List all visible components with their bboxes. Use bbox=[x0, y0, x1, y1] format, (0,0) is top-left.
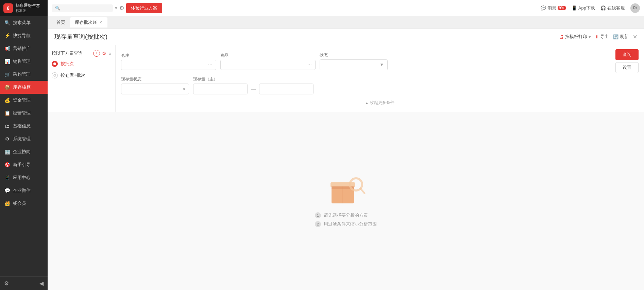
filter-status-label: 状态 bbox=[320, 52, 388, 58]
export-btn[interactable]: ⬆ 导出 bbox=[595, 34, 609, 40]
settings-icon[interactable]: ⚙ bbox=[4, 280, 9, 287]
sidebar-item-finance[interactable]: 💰 资金管理 bbox=[0, 94, 48, 107]
close-panel-btn[interactable]: ✕ bbox=[633, 34, 637, 40]
messages-badge: 99+ bbox=[558, 6, 566, 10]
empty-hint-2: 2 用过滤条件来缩小分析范围 bbox=[315, 221, 377, 227]
filter-product-field: 商品 ··· bbox=[220, 53, 316, 70]
filter-stock-status-field: 现存量状态 ▾ bbox=[121, 76, 189, 94]
filter-warehouse-label: 仓库 bbox=[121, 53, 216, 58]
app-download-item[interactable]: 📱 App下载 bbox=[572, 5, 595, 11]
chevron-down-icon: ▼ bbox=[379, 62, 384, 67]
filter-row-2: 现存量状态 ▾ 现存量（主） — bbox=[121, 76, 639, 94]
sidebar-item-label: 应用中心 bbox=[13, 175, 31, 181]
sidebar-item-members[interactable]: 👑 畅会员 bbox=[0, 197, 48, 210]
scheme-add-btn[interactable]: + bbox=[93, 50, 100, 57]
sidebar-header: 6 畅康通好生意 标准版 bbox=[0, 0, 48, 16]
scheme-panel: 按以下方案查询 + ⚙ « 按批次 bbox=[48, 45, 116, 112]
topbar-left: 🔍 ▾ ⚙ 体验行业方案 bbox=[52, 3, 537, 13]
collapse-more-btn[interactable]: ▲ 收起更多条件 bbox=[121, 98, 639, 108]
filter-stock-status-select[interactable]: ▾ bbox=[121, 84, 189, 94]
sidebar-item-label: 企业协同 bbox=[13, 149, 31, 155]
clipboard-icon: 📋 bbox=[4, 110, 10, 116]
avatar: Rit bbox=[630, 3, 640, 13]
product-dots-btn[interactable]: ··· bbox=[307, 62, 312, 68]
export-icon: ⬆ bbox=[595, 34, 599, 39]
sidebar-item-system[interactable]: ⚙ 系统管理 bbox=[0, 132, 48, 145]
query-btn[interactable]: 查询 bbox=[615, 49, 639, 60]
cart-icon: 🛒 bbox=[4, 71, 10, 77]
sidebar-item-operations[interactable]: 📋 经营管理 bbox=[0, 107, 48, 120]
print-dropdown-icon[interactable]: ▾ bbox=[589, 34, 591, 39]
chevron-up-icon: ▲ bbox=[365, 101, 369, 105]
sidebar-item-guide[interactable]: 🎯 新手引导 bbox=[0, 158, 48, 171]
tab-home[interactable]: 首页 bbox=[52, 17, 70, 28]
svg-line-6 bbox=[360, 188, 365, 193]
building-icon: 🏢 bbox=[4, 149, 10, 155]
scheme-header: 按以下方案查询 + ⚙ « bbox=[48, 49, 115, 58]
sidebar-brand: 畅康通好生意 标准版 bbox=[16, 3, 40, 13]
scheme-item-by-batch[interactable]: 按批次 bbox=[48, 58, 115, 70]
page-header: 现存量查询(按批次) 🖨 按模板打印 ▾ ⬆ 导出 🔄 刷新 ✕ bbox=[48, 29, 644, 45]
topbar-search-box[interactable]: 🔍 bbox=[52, 4, 113, 12]
settings-btn[interactable]: 设置 bbox=[615, 62, 639, 73]
user-item[interactable]: Rit bbox=[630, 3, 640, 13]
sidebar-nav: 🔍 搜索菜单 ⚡ 快捷导航 📢 营销推广 📊 销售管理 🛒 采购管理 📦 库存核… bbox=[0, 16, 48, 276]
refresh-btn[interactable]: 🔄 刷新 bbox=[613, 34, 629, 40]
filter-stock-qty-field: 现存量（主） — bbox=[193, 76, 313, 94]
sidebar-footer: ⚙ ◀ bbox=[0, 276, 48, 290]
sidebar-item-purchase[interactable]: 🛒 采购管理 bbox=[0, 68, 48, 81]
topbar-right: 💬 消息 99+ 📱 App下载 🎧 在线客服 Rit bbox=[541, 3, 640, 13]
sidebar-item-label: 企业微信 bbox=[13, 187, 31, 194]
online-service-label: 在线客服 bbox=[607, 5, 625, 11]
warehouse-dots-btn[interactable]: ··· bbox=[208, 62, 213, 68]
filter-product-input[interactable]: ··· bbox=[220, 60, 316, 70]
sidebar-item-wechat[interactable]: 💬 企业微信 bbox=[0, 184, 48, 197]
box-icon: 📦 bbox=[4, 84, 10, 90]
headset-icon: 🎧 bbox=[600, 5, 606, 11]
sidebar-item-label: 系统管理 bbox=[13, 136, 31, 142]
hint-num-2: 2 bbox=[315, 221, 321, 227]
sidebar-item-label: 搜索菜单 bbox=[13, 20, 31, 26]
filter-stock-qty-max[interactable] bbox=[259, 84, 313, 94]
hint-num-1: 1 bbox=[315, 212, 321, 218]
tab-inventory-batch[interactable]: 库存批次账 × bbox=[70, 17, 107, 28]
search-icon: 🔍 bbox=[55, 6, 60, 11]
folder-icon: 🗂 bbox=[4, 123, 10, 129]
scheme-collapse-icon[interactable]: « bbox=[108, 51, 111, 56]
collapse-icon[interactable]: ◀ bbox=[39, 280, 44, 287]
online-service-item[interactable]: 🎧 在线客服 bbox=[600, 5, 625, 11]
scheme-item-by-warehouse-batch[interactable]: 按仓库+批次 bbox=[48, 70, 115, 81]
sidebar-item-basic[interactable]: 🗂 基础信息 bbox=[0, 120, 48, 132]
mobile-icon: 📱 bbox=[4, 175, 10, 181]
sidebar-item-sales[interactable]: 📊 销售管理 bbox=[0, 55, 48, 68]
topbar-gear-icon[interactable]: ⚙ bbox=[119, 5, 124, 11]
filter-stock-qty-min[interactable] bbox=[193, 84, 248, 94]
sidebar-item-marketing[interactable]: 📢 营销推广 bbox=[0, 42, 48, 55]
sidebar-item-enterprise[interactable]: 🏢 企业协同 bbox=[0, 145, 48, 158]
scheme-dot-active bbox=[52, 61, 58, 67]
sidebar-item-inventory[interactable]: 📦 库存核算 bbox=[0, 81, 48, 94]
scheme-settings-icon[interactable]: ⚙ bbox=[102, 51, 106, 56]
scheme-title: 按以下方案查询 bbox=[52, 50, 83, 56]
print-template-btn[interactable]: 🖨 按模板打印 ▾ bbox=[559, 34, 591, 40]
topbar-dropdown-icon[interactable]: ▾ bbox=[115, 5, 117, 11]
experience-btn[interactable]: 体验行业方案 bbox=[126, 3, 162, 13]
target-icon: 🎯 bbox=[4, 162, 10, 168]
messages-item[interactable]: 💬 消息 99+ bbox=[541, 5, 566, 11]
scheme-item-label: 按批次 bbox=[61, 61, 74, 67]
filter-warehouse-input[interactable]: ··· bbox=[121, 60, 216, 70]
printer-icon: 🖨 bbox=[559, 34, 564, 39]
page-content: 现存量查询(按批次) 🖨 按模板打印 ▾ ⬆ 导出 🔄 刷新 ✕ bbox=[48, 29, 644, 290]
sidebar-item-label: 资金管理 bbox=[13, 97, 31, 103]
app-download-label: App下载 bbox=[578, 5, 595, 11]
sidebar-item-quick-nav[interactable]: ⚡ 快捷导航 bbox=[0, 29, 48, 42]
scheme-item-label: 按仓库+批次 bbox=[61, 72, 85, 78]
phone-icon: 📱 bbox=[572, 5, 577, 11]
tab-close-btn[interactable]: × bbox=[99, 20, 103, 25]
empty-hint-1: 1 请先选择要分析的方案 bbox=[315, 212, 377, 218]
empty-state: 1 请先选择要分析的方案 2 用过滤条件来缩小分析范围 bbox=[48, 112, 644, 290]
filter-status-select[interactable]: ▼ bbox=[320, 59, 388, 70]
sidebar-item-search[interactable]: 🔍 搜索菜单 bbox=[0, 16, 48, 29]
filter-product-label: 商品 bbox=[220, 53, 316, 58]
sidebar-item-apps[interactable]: 📱 应用中心 bbox=[0, 171, 48, 184]
